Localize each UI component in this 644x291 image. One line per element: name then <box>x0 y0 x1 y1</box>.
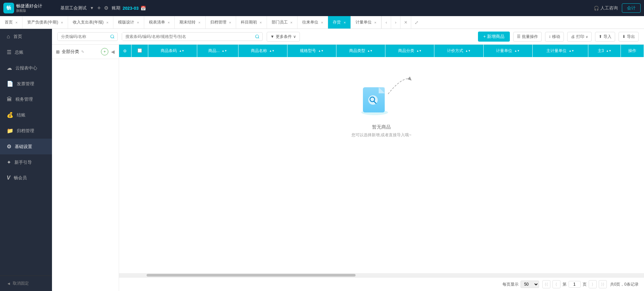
filter-button[interactable]: ▼ 更多条件 ∨ <box>267 32 300 42</box>
sidebar-reports-label: 云报表中心 <box>15 65 37 71</box>
category-search-input[interactable] <box>58 33 107 41</box>
tab-unit-close[interactable]: × <box>374 20 376 25</box>
page-prev-btn[interactable]: ⟨ <box>552 280 560 288</box>
svg-marker-4 <box>408 77 412 81</box>
tab-partner-close[interactable]: × <box>321 20 323 25</box>
sidebar-item-invoice[interactable]: 📄 发票管理 <box>0 76 52 92</box>
col-type[interactable]: 商品类型 ▲▼ <box>336 45 385 57</box>
sidebar-item-guide[interactable]: ✦ 新手引导 <box>0 154 52 170</box>
col-price-method[interactable]: 计价方式 ▲▼ <box>434 45 483 57</box>
col-settings[interactable]: ⚙ <box>119 45 131 57</box>
tab-period-close[interactable]: × <box>198 20 200 25</box>
tab-inventory[interactable]: 存货 × <box>328 16 351 29</box>
col-category[interactable]: 商品分类 ▲▼ <box>385 45 434 57</box>
tab-dept-close[interactable]: × <box>290 20 292 25</box>
tab-close-all[interactable]: × <box>400 16 411 29</box>
export-btn[interactable]: ⬇ 导出 <box>619 32 639 42</box>
main-search-input[interactable] <box>122 33 252 41</box>
consultation-btn[interactable]: 🎧 人工咨询 <box>594 5 618 11</box>
tab-income-label: 收入支出表(年报) <box>73 19 104 25</box>
tab-balance-close[interactable]: × <box>61 20 63 25</box>
settings-icon[interactable]: ⚙ <box>104 5 108 11</box>
sidebar-ledger-label: 总账 <box>15 49 23 55</box>
panel-collapse-btn[interactable]: ◀ <box>111 49 115 54</box>
document-illustration <box>355 81 395 117</box>
sidebar-item-closing[interactable]: 💰 结账 <box>0 107 52 123</box>
col-barcode[interactable]: 商品条码 ▲▼ <box>148 45 197 57</box>
sidebar-item-archive[interactable]: 📁 归档管理 <box>0 123 52 139</box>
print-icon: 🖨 <box>571 34 575 39</box>
add-tab-btn[interactable]: + <box>97 5 101 12</box>
col-extra[interactable]: 主3 ▲▼ <box>588 45 621 57</box>
per-page-select[interactable]: 50 10 20 100 <box>521 281 539 288</box>
col-code[interactable]: 商品... ▲▼ <box>197 45 238 57</box>
tab-archive[interactable]: 归档管理 × <box>206 16 236 29</box>
tab-balance[interactable]: 资产负债表(中期) × <box>22 16 68 29</box>
col-check[interactable] <box>131 45 148 57</box>
tab-income-close[interactable]: × <box>106 20 108 25</box>
move-btn[interactable]: ↕ 移动 <box>545 32 564 42</box>
tab-subject-close[interactable]: × <box>260 20 262 25</box>
scroll-thumb[interactable] <box>147 274 356 277</box>
page-last-btn[interactable]: ⟩⟩ <box>599 280 607 288</box>
col-name[interactable]: 商品名称 ▲▼ <box>238 45 287 57</box>
tab-archive-close[interactable]: × <box>229 20 231 25</box>
sort-extra: ▲▼ <box>606 49 611 52</box>
tab-subject[interactable]: 科目期初 × <box>236 16 267 29</box>
tab-template[interactable]: 模版设计 × <box>113 16 144 29</box>
tab-nav-left[interactable]: ‹ <box>381 16 391 29</box>
print-down-icon: ∨ <box>586 35 588 39</box>
tab-home-label: 首页 <box>5 19 13 25</box>
tab-home[interactable]: 首页 × <box>0 16 22 29</box>
tab-template-close[interactable]: × <box>137 20 139 25</box>
new-product-button[interactable]: + 新增商品 <box>478 32 510 42</box>
page-nav: ⟨⟨ ⟨ 第 页 ⟩ ⟩⟩ <box>542 280 607 288</box>
tab-tax[interactable]: 税表清单 × <box>144 16 175 29</box>
account-button[interactable]: 会计 <box>622 3 641 13</box>
tab-unit[interactable]: 计量单位 × <box>351 16 381 29</box>
tab-archive-label: 归档管理 <box>210 19 226 25</box>
page-label: 第 <box>562 282 567 287</box>
col-unit[interactable]: 计量单位 ▲▼ <box>483 45 532 57</box>
tab-tax-close[interactable]: × <box>168 20 170 25</box>
main-search-icon[interactable] <box>252 34 262 39</box>
page-first-btn[interactable]: ⟨⟨ <box>542 280 550 288</box>
left-panel-header: ⊞ 全部分类 ✎ + ◀ <box>52 45 119 59</box>
calendar-icon[interactable]: 📅 <box>141 6 146 11</box>
horizontal-scrollbar[interactable] <box>119 273 644 277</box>
sidebar-collapse-btn[interactable]: ◄ 取消固定 <box>0 276 52 291</box>
sidebar-item-home[interactable]: ⌂ 首页 <box>0 29 52 44</box>
settings-icon: ⚙ <box>7 143 11 150</box>
page-number-input[interactable] <box>569 281 581 288</box>
category-search-icon[interactable] <box>107 34 117 39</box>
import-btn[interactable]: ⬆ 导入 <box>595 32 615 42</box>
sidebar-item-reports[interactable]: ☁ 云报表中心 <box>0 60 52 76</box>
sidebar-item-settings[interactable]: ⚙ 基础设置 <box>0 139 52 154</box>
sidebar-item-ledger[interactable]: ☰ 总账 <box>0 44 52 60</box>
tab-period[interactable]: 期末结转 × <box>175 16 205 29</box>
print-btn[interactable]: 🖨 打印 ∨ <box>567 32 592 42</box>
col-spec[interactable]: 规格型号 ▲▼ <box>287 45 336 57</box>
closing-icon: 💰 <box>7 112 13 118</box>
batch-btn[interactable]: ☰ 批量操作 <box>513 32 542 42</box>
inner-layout: ⊞ 全部分类 ✎ + ◀ ⚙ <box>52 45 644 291</box>
sort-code: ▲▼ <box>222 49 227 52</box>
sort-main-unit: ▲▼ <box>569 49 574 52</box>
col-main-unit[interactable]: 主计量单位 ▲▼ <box>532 45 588 57</box>
tab-fullscreen[interactable]: ⤢ <box>411 16 422 29</box>
svg-rect-8 <box>379 87 385 93</box>
tab-partner[interactable]: 往来单位 × <box>298 16 328 29</box>
sidebar-item-member[interactable]: V 畅会员 <box>0 170 52 186</box>
tab-nav-right[interactable]: › <box>391 16 400 29</box>
sidebar-item-tax[interactable]: 🏛 税务管理 <box>0 92 52 107</box>
tab-inventory-close[interactable]: × <box>343 20 345 25</box>
dropdown-icon[interactable]: ▼ <box>90 6 94 10</box>
tab-income[interactable]: 收入支出表(年报) × <box>68 16 113 29</box>
tab-home-close[interactable]: × <box>15 20 17 25</box>
toolbar-actions: + 新增商品 ☰ 批量操作 ↕ 移动 🖨 打印 ∨ ⬆ 导入 <box>478 32 639 42</box>
add-category-btn[interactable]: + <box>101 48 108 55</box>
period-value: 2023-03 <box>122 6 139 11</box>
page-next-btn[interactable]: ⟩ <box>589 280 597 288</box>
tab-dept[interactable]: 部门员工 × <box>267 16 298 29</box>
select-all-checkbox[interactable] <box>138 48 142 53</box>
